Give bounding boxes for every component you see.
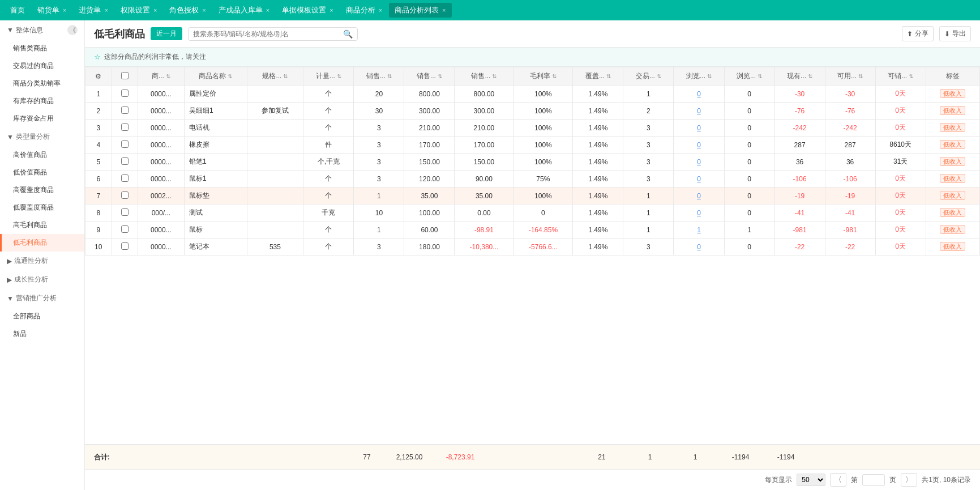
- row-checkbox[interactable]: [112, 204, 138, 221]
- row-checkbox[interactable]: [112, 238, 138, 255]
- sidebar-item-sales-products[interactable]: 销售类商品: [0, 40, 84, 57]
- nav-product-analysis-list[interactable]: 商品分析列表 ×: [389, 3, 451, 18]
- sidebar-group-marketing[interactable]: ▼ 营销推广分析: [0, 289, 84, 308]
- col-transactions[interactable]: 交易...⇅: [623, 67, 674, 86]
- nav-purchase[interactable]: 进货单 ×: [73, 3, 113, 18]
- col-name[interactable]: 商品名称⇅: [185, 67, 247, 86]
- sidebar-item-category-sales-rate[interactable]: 商品分类助销率: [0, 75, 84, 92]
- row-browse2: 1: [724, 221, 774, 238]
- row-checkbox[interactable]: [112, 137, 138, 154]
- row-checkbox[interactable]: [112, 188, 138, 204]
- row-usable: -106: [825, 171, 875, 188]
- table-container[interactable]: ⚙ 商...⇅ 商品名称⇅ 规格...⇅ 计量...⇅ 销售...⇅ 销售...…: [85, 67, 980, 444]
- total-info: 共1页, 10条记录: [922, 475, 971, 485]
- sidebar-item-low-value[interactable]: 低价值商品: [0, 164, 84, 181]
- collapse-button[interactable]: 《: [67, 25, 78, 35]
- col-checkbox[interactable]: [112, 67, 138, 86]
- nav-role-auth[interactable]: 角色授权 ×: [164, 3, 211, 18]
- page-title: 低毛利商品: [94, 27, 145, 41]
- total-current: -1194: [718, 450, 763, 465]
- row-price: 210.00: [404, 120, 455, 137]
- nav-template-settings[interactable]: 单据模板设置 ×: [276, 3, 339, 18]
- select-all-checkbox[interactable]: [121, 72, 129, 79]
- sidebar-group-type-analysis[interactable]: ▼ 类型量分析: [0, 127, 84, 146]
- nav-permissions[interactable]: 权限设置 ×: [115, 3, 162, 18]
- col-price[interactable]: 销售...⇅: [404, 67, 455, 86]
- col-qty[interactable]: 销售...⇅: [354, 67, 404, 86]
- col-browse1[interactable]: 浏览...⇅: [674, 67, 724, 86]
- search-icon[interactable]: 🔍: [343, 29, 353, 39]
- close-icon[interactable]: ×: [153, 7, 157, 14]
- sidebar-item-new-products[interactable]: 新品: [0, 325, 84, 343]
- row-browse1[interactable]: 0: [674, 238, 724, 255]
- row-code: 0000...: [138, 171, 184, 188]
- nav-product-entry[interactable]: 产成品入库单 ×: [213, 3, 275, 18]
- export-button[interactable]: ⬇ 导出: [939, 26, 971, 41]
- sidebar-item-low-margin[interactable]: 低毛利商品: [0, 234, 84, 252]
- col-browse2[interactable]: 浏览...⇅: [724, 67, 774, 86]
- sidebar-item-all-products[interactable]: 全部商品: [0, 308, 84, 325]
- row-gross-rate: 100%: [513, 154, 573, 171]
- row-checkbox[interactable]: [112, 221, 138, 238]
- close-icon[interactable]: ×: [104, 7, 108, 14]
- row-checkbox[interactable]: [112, 86, 138, 103]
- nav-sales[interactable]: 销货单 ×: [32, 3, 72, 18]
- row-checkbox[interactable]: [112, 120, 138, 137]
- row-checkbox[interactable]: [112, 154, 138, 171]
- col-gear[interactable]: ⚙: [85, 67, 112, 86]
- close-icon[interactable]: ×: [379, 7, 382, 14]
- sidebar-item-traded-products[interactable]: 交易过的商品: [0, 57, 84, 75]
- col-code[interactable]: 商...⇅: [138, 67, 184, 86]
- col-usable[interactable]: 可用...⇅: [825, 67, 875, 86]
- col-unit[interactable]: 计量...⇅: [303, 67, 354, 86]
- row-browse1[interactable]: 0: [674, 86, 724, 103]
- row-browse1[interactable]: 0: [674, 120, 724, 137]
- row-browse1[interactable]: 0: [674, 204, 724, 221]
- page-input[interactable]: 1: [862, 474, 885, 486]
- sidebar-item-high-value[interactable]: 高价值商品: [0, 146, 84, 164]
- row-browse1[interactable]: 0: [674, 137, 724, 154]
- row-browse1[interactable]: 0: [674, 154, 724, 171]
- sidebar-group-circulation[interactable]: ▶ 流通性分析: [0, 252, 84, 270]
- prev-page-button[interactable]: 〈: [830, 473, 846, 487]
- nav-home[interactable]: 首页: [5, 3, 31, 18]
- share-button[interactable]: ⬆ 分享: [902, 26, 934, 41]
- row-browse1[interactable]: 0: [674, 103, 724, 120]
- col-coverage[interactable]: 覆盖...⇅: [573, 67, 623, 86]
- row-index: 8: [85, 204, 112, 221]
- sidebar-item-in-stock[interactable]: 有库存的商品: [0, 92, 84, 110]
- per-page-select[interactable]: 50 100 200: [797, 474, 825, 486]
- close-icon[interactable]: ×: [266, 7, 269, 14]
- row-checkbox[interactable]: [112, 103, 138, 120]
- row-tag: 低收入: [926, 188, 979, 204]
- sidebar-item-high-coverage[interactable]: 高覆盖度商品: [0, 181, 84, 199]
- sidebar-item-inventory-capital[interactable]: 库存资金占用: [0, 110, 84, 127]
- row-current: -981: [774, 221, 825, 238]
- row-browse2: 0: [724, 103, 774, 120]
- close-icon[interactable]: ×: [442, 7, 446, 14]
- row-name: 铅笔1: [185, 154, 247, 171]
- close-icon[interactable]: ×: [63, 7, 66, 14]
- row-name: 电话机: [185, 120, 247, 137]
- row-checkbox[interactable]: [112, 171, 138, 188]
- col-spec[interactable]: 规格...⇅: [247, 67, 303, 86]
- row-browse1[interactable]: 1: [674, 221, 724, 238]
- sidebar-item-low-coverage[interactable]: 低覆盖度商品: [0, 199, 84, 216]
- sidebar-group-growth[interactable]: ▶ 成长性分析: [0, 270, 84, 289]
- col-amount[interactable]: 销售...⇅: [455, 67, 513, 86]
- col-gross-rate[interactable]: 毛利率⇅: [513, 67, 573, 86]
- col-current[interactable]: 现有...⇅: [774, 67, 825, 86]
- col-sellable[interactable]: 可销...⇅: [875, 67, 926, 86]
- row-browse1[interactable]: 0: [674, 188, 724, 204]
- search-input[interactable]: [193, 30, 343, 38]
- period-button[interactable]: 近一月: [151, 27, 182, 40]
- sidebar-item-high-margin[interactable]: 高毛利商品: [0, 216, 84, 234]
- row-browse1[interactable]: 0: [674, 171, 724, 188]
- close-icon[interactable]: ×: [329, 7, 333, 14]
- close-icon[interactable]: ×: [202, 7, 206, 14]
- nav-product-analysis[interactable]: 商品分析 ×: [340, 3, 388, 18]
- row-coverage: 1.49%: [573, 171, 623, 188]
- sidebar-group-overall[interactable]: ▼ 整体信息 《: [0, 20, 84, 40]
- next-page-button[interactable]: 〉: [901, 473, 917, 487]
- row-unit: 个: [303, 103, 354, 120]
